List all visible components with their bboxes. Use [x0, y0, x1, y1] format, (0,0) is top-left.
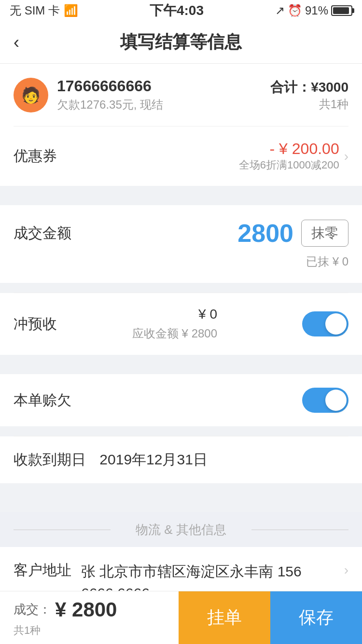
divider-line-right: [251, 530, 348, 530]
due-date-row: 收款到期日 2019年12月31日: [0, 436, 362, 483]
customer-sub: 欠款1276.35元, 现结: [57, 97, 163, 112]
prepay-toggle[interactable]: [302, 311, 348, 336]
divider-line-left: [14, 530, 111, 530]
location-icon: ↗: [275, 4, 285, 17]
address-label: 客户地址: [14, 560, 71, 580]
total-count: 共1种: [270, 97, 348, 112]
footer-deal-amount: ¥ 2800: [55, 598, 117, 621]
debt-toggle-knob: [325, 390, 347, 411]
footer: 成交： ¥ 2800 共1种 挂单 保存: [0, 591, 362, 644]
customer-left: 🧑 17666666666 欠款1276.35元, 现结: [14, 77, 163, 112]
amount-row: 成交金额 2800 抹零: [14, 219, 348, 248]
due-date-value: 2019年12月31日: [99, 451, 207, 467]
amount-right: 2800 抹零: [237, 219, 348, 248]
gray-divider-2: [0, 364, 362, 374]
total-value: 合计：¥3000: [270, 78, 348, 97]
back-button[interactable]: ‹: [14, 32, 19, 53]
battery-icon: [331, 5, 352, 16]
coupon-info: - ¥ 200.00 全场6折满1000减200: [239, 140, 339, 172]
battery-fill: [333, 7, 349, 14]
status-bar: 无 SIM 卡 📶 下午4:03 ↗ ⏰ 91%: [0, 0, 362, 21]
address-chevron-icon: ›: [344, 560, 348, 578]
amount-value: 2800: [237, 219, 293, 248]
footer-info: 成交： ¥ 2800 共1种: [0, 598, 179, 638]
main-content: 🧑 17666666666 欠款1276.35元, 现结 合计：¥3000 共1…: [0, 64, 362, 644]
customer-phone: 17666666666: [57, 77, 163, 95]
coupon-right: - ¥ 200.00 全场6折满1000减200 ›: [239, 140, 348, 172]
prepay-label: 冲预收: [14, 314, 57, 334]
avatar-icon: 🧑: [21, 86, 41, 104]
debt-row: 本单赊欠: [0, 374, 362, 426]
nav-bar: ‹ 填写结算等信息: [0, 21, 362, 64]
customer-card: 🧑 17666666666 欠款1276.35元, 现结 合计：¥3000 共1…: [0, 64, 362, 186]
hold-button[interactable]: 挂单: [179, 591, 270, 644]
wifi-icon: 📶: [64, 4, 78, 17]
prepay-sub: 应收金额 ¥ 2800: [132, 326, 217, 341]
prepay-row: 冲预收 ¥ 0 应收金额 ¥ 2800: [0, 293, 362, 355]
amount-sub: 已抹 ¥ 0: [306, 255, 348, 268]
prepay-value: ¥ 0: [198, 307, 217, 322]
round-button[interactable]: 抹零: [301, 220, 348, 247]
save-button[interactable]: 保存: [270, 591, 362, 644]
battery-percent: 91%: [305, 4, 328, 17]
status-left: 无 SIM 卡 📶: [10, 3, 78, 18]
prepay-toggle-knob: [325, 313, 347, 335]
logistics-section-header: 物流 & 其他信息: [0, 512, 362, 547]
status-right: ↗ ⏰ 91%: [275, 4, 352, 17]
carrier-text: 无 SIM 卡: [10, 3, 60, 18]
debt-label: 本单赊欠: [14, 391, 71, 410]
coupon-sub: 全场6折满1000减200: [239, 158, 339, 172]
coupon-value: - ¥ 200.00: [239, 140, 339, 158]
footer-deal-label: 成交：: [14, 601, 51, 618]
coupon-chevron-icon: ›: [344, 149, 348, 164]
footer-count: 共1种: [14, 623, 165, 638]
amount-label: 成交金额: [14, 224, 71, 243]
status-time: 下午4:03: [150, 1, 204, 20]
footer-deal-row: 成交： ¥ 2800: [14, 598, 165, 621]
page-title: 填写结算等信息: [120, 30, 242, 54]
debt-toggle[interactable]: [302, 388, 348, 413]
customer-total: 合计：¥3000 共1种: [270, 78, 348, 112]
customer-info: 17666666666 欠款1276.35元, 现结: [57, 77, 163, 112]
customer-row: 🧑 17666666666 欠款1276.35元, 现结 合计：¥3000 共1…: [0, 64, 362, 126]
prepay-right: ¥ 0 应收金额 ¥ 2800: [132, 307, 217, 341]
coupon-label: 优惠券: [14, 146, 57, 166]
alarm-icon: ⏰: [288, 4, 302, 17]
amount-section: 成交金额 2800 抹零 已抹 ¥ 0: [0, 205, 362, 283]
gray-divider-1: [0, 196, 362, 205]
due-date-label: 收款到期日: [14, 451, 86, 467]
logistics-label: 物流 & 其他信息: [136, 521, 226, 538]
coupon-row[interactable]: 优惠券 - ¥ 200.00 全场6折满1000减200 ›: [0, 126, 362, 186]
avatar: 🧑: [14, 78, 48, 112]
gray-divider-3: [0, 493, 362, 503]
